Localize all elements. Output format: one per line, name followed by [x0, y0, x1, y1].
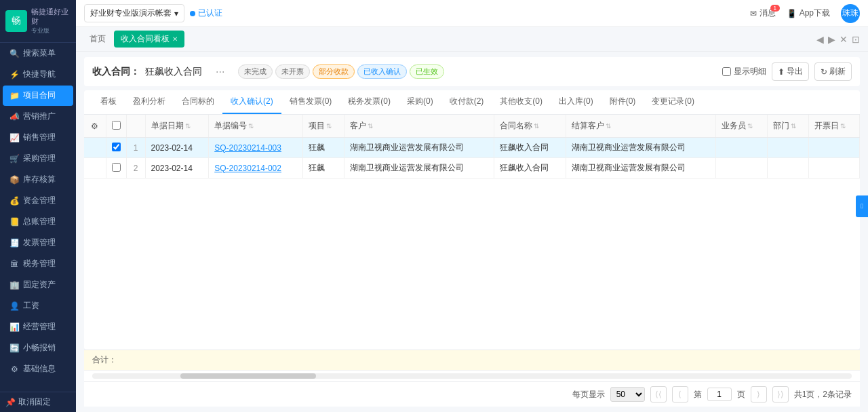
- status-not-invoiced[interactable]: 未开票: [275, 64, 310, 79]
- scrollbar-thumb[interactable]: [180, 373, 316, 379]
- settings-col-header[interactable]: ⚙: [84, 115, 106, 138]
- horizontal-scrollbar[interactable]: [84, 370, 860, 381]
- data-table: ⚙ 单据日期⇅ 单据编号⇅ 项目⇅: [84, 115, 860, 179]
- status-partial-collected[interactable]: 部分收款: [313, 64, 355, 79]
- more-options-button[interactable]: ···: [213, 66, 227, 78]
- show-detail-input[interactable]: [722, 67, 731, 76]
- sidebar-item-search[interactable]: 🔍 搜索菜单: [3, 43, 73, 64]
- message-action[interactable]: ✉ 消息 1: [750, 7, 776, 19]
- pagination-prev-button[interactable]: ⟨: [672, 386, 688, 402]
- sidebar-item-hr[interactable]: 👤 工资: [3, 296, 73, 316]
- tab-maximize-icon[interactable]: ⊡: [852, 34, 860, 45]
- sidebar-item-asset[interactable]: 🏢 固定资产: [3, 275, 73, 295]
- table-row[interactable]: 1 2023-02-14 SQ-20230214-003 狂飙 湖南卫视商业运营…: [84, 138, 860, 158]
- checkbox-col-header: [106, 115, 126, 138]
- sidebar-item-basic[interactable]: ⚙ 基础信息: [3, 359, 73, 379]
- select-all-checkbox[interactable]: [112, 121, 121, 130]
- download-icon: 📱: [787, 9, 797, 18]
- row2-no-link[interactable]: SQ-20230214-002: [214, 164, 281, 173]
- table-row[interactable]: 2 2023-02-14 SQ-20230214-002 狂飙 湖南卫视商业运营…: [84, 158, 860, 179]
- salesman-col-header[interactable]: 业务员⇅: [716, 115, 767, 138]
- tab-next-icon[interactable]: ▶: [828, 34, 835, 45]
- summary-row: 合计：: [84, 350, 860, 370]
- tab-profit[interactable]: 盈利分析: [125, 90, 174, 114]
- export-button[interactable]: ⬆ 导出: [772, 62, 809, 81]
- app-download-action[interactable]: 📱 App下载: [787, 7, 830, 19]
- sidebar-item-quick-nav[interactable]: ⚡ 快捷导航: [3, 64, 73, 85]
- show-detail-checkbox[interactable]: 显示明细: [722, 66, 766, 77]
- row2-project: 狂飙: [302, 158, 344, 179]
- department-col-header[interactable]: 部门⇅: [767, 115, 808, 138]
- tab-income-confirm[interactable]: 收入确认(2): [222, 90, 281, 114]
- sidebar-item-sales[interactable]: 📈 销售管理: [3, 128, 73, 148]
- date-col-header[interactable]: 单据日期⇅: [145, 115, 209, 138]
- avatar[interactable]: 珠珠: [841, 4, 860, 23]
- tab-contract-standard[interactable]: 合同标的: [174, 90, 222, 114]
- sidebar-item-invoice[interactable]: 🧾 发票管理: [3, 233, 73, 253]
- marketing-icon: 📣: [8, 111, 20, 123]
- open-date-col-header[interactable]: 开票日⇅: [808, 115, 859, 138]
- pagination: 每页显示 50 20 100 ⟨⟨ ⟨ 第 页 ⟩ ⟩⟩ 共1页，2条记录: [84, 381, 860, 407]
- contract-col-header[interactable]: 合同名称⇅: [494, 115, 566, 138]
- tab-tax-invoice[interactable]: 税务发票(0): [340, 90, 399, 114]
- sidebar-item-fund[interactable]: 💰 资金管理: [3, 191, 73, 211]
- tab-board[interactable]: 看板: [92, 90, 125, 114]
- no-col-header[interactable]: 单据编号⇅: [209, 115, 302, 138]
- tab-purchase[interactable]: 采购(0): [399, 90, 441, 114]
- row1-settings: [84, 138, 106, 158]
- basic-icon: ⚙: [8, 363, 20, 375]
- settle-customer-col-header[interactable]: 结算客户⇅: [566, 115, 716, 138]
- purchase-icon: 🛒: [8, 153, 20, 165]
- tab-attachments[interactable]: 附件(0): [601, 90, 644, 114]
- pagination-next-button[interactable]: ⟩: [751, 386, 767, 402]
- export-icon: ⬆: [778, 67, 785, 77]
- row2-salesman: [716, 158, 767, 179]
- row1-checkbox[interactable]: [106, 138, 126, 158]
- status-not-complete[interactable]: 未完成: [238, 64, 273, 79]
- settle-customer-sort-icon: ⇅: [606, 122, 611, 130]
- row1-no-link[interactable]: SQ-20230214-003: [214, 143, 281, 153]
- row2-checkbox[interactable]: [106, 158, 126, 179]
- status-effective[interactable]: 已生效: [410, 64, 444, 79]
- income-contract-tab[interactable]: 收入合同看板 ✕: [114, 31, 184, 48]
- page-header: 收入合同： 狂飙收入合同 ··· 未完成 未开票 部分收款 已收入确认 已生效 …: [84, 57, 860, 86]
- sidebar-item-biz[interactable]: 📊 经营管理: [3, 317, 73, 337]
- page-header-actions: ···: [213, 66, 227, 78]
- row2-open-date: [808, 158, 859, 179]
- sidebar-item-tax[interactable]: 🏛 税务管理: [3, 254, 73, 274]
- pagination-first-button[interactable]: ⟨⟨: [650, 386, 667, 402]
- asset-icon: 🏢: [8, 279, 20, 291]
- sidebar-item-report[interactable]: 🔄 小畅报销: [3, 338, 73, 358]
- per-page-select[interactable]: 50 20 100: [610, 387, 645, 402]
- tab-close-all-icon[interactable]: ✕: [840, 34, 848, 45]
- message-icon: ✉: [750, 9, 757, 18]
- company-selector[interactable]: 好业财专业版演示帐套 ▾: [84, 4, 184, 22]
- sidebar-item-inventory[interactable]: 📦 库存核算: [3, 170, 73, 190]
- pagination-last-button[interactable]: ⟩⟩: [772, 386, 789, 402]
- sales-icon: 📈: [8, 132, 20, 144]
- tabbar-controls: ◀ ▶ ✕ ⊡: [816, 34, 860, 45]
- tab-payment[interactable]: 收付款(2): [441, 90, 492, 114]
- scrollbar-track: [92, 373, 852, 379]
- sidebar-item-general[interactable]: 📒 总账管理: [3, 212, 73, 232]
- tab-sales-invoice[interactable]: 销售发票(0): [281, 90, 340, 114]
- sidebar: 畅 畅捷通好业财 专业版 🔍 搜索菜单 ⚡ 快捷导航 📁 项目合同 📣 营销推广…: [0, 0, 76, 412]
- inventory-icon: 📦: [8, 174, 20, 186]
- refresh-button[interactable]: ↻ 刷新: [814, 62, 852, 81]
- status-confirmed[interactable]: 已收入确认: [357, 64, 407, 79]
- right-panel-toggle[interactable]: : [856, 195, 868, 217]
- tab-in-out-storage[interactable]: 出入库(0): [551, 90, 601, 114]
- sidebar-bottom-pin[interactable]: 📌 取消固定: [0, 392, 76, 412]
- page-input[interactable]: [707, 388, 732, 401]
- sidebar-item-purchase[interactable]: 🛒 采购管理: [3, 149, 73, 169]
- tabbar-home[interactable]: 首页: [84, 33, 111, 45]
- row2-num: 2: [126, 158, 145, 179]
- sidebar-item-marketing[interactable]: 📣 营销推广: [3, 107, 73, 127]
- tab-other-income[interactable]: 其他收支(0): [492, 90, 551, 114]
- tab-close-icon[interactable]: ✕: [172, 35, 178, 43]
- sidebar-item-project[interactable]: 📁 项目合同: [3, 86, 73, 106]
- tab-change-log[interactable]: 变更记录(0): [644, 90, 703, 114]
- tab-prev-icon[interactable]: ◀: [816, 34, 824, 45]
- customer-col-header[interactable]: 客户⇅: [344, 115, 494, 138]
- project-col-header[interactable]: 项目⇅: [302, 115, 344, 138]
